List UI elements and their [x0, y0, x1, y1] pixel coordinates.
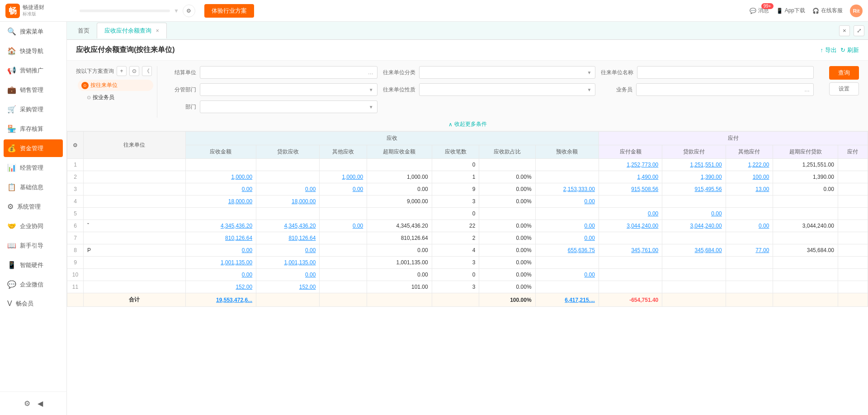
- marketing-icon: 📢: [7, 66, 16, 75]
- sidebar-item-enterprise[interactable]: 🤝 企业协同: [0, 216, 66, 236]
- sidebar-item-system[interactable]: ⚙ 系统管理: [0, 197, 66, 216]
- partner-name-input[interactable]: [637, 66, 814, 79]
- partner-nature-input[interactable]: ▼: [419, 83, 596, 96]
- sidebar-item-inventory[interactable]: 🏪 库存核算: [0, 119, 66, 138]
- finance-icon: 💰: [7, 144, 16, 153]
- scheme-by-staff[interactable]: ⊙ 按业务员: [78, 92, 153, 103]
- set-btn[interactable]: 设置: [829, 82, 859, 95]
- basic-icon: 📋: [7, 183, 16, 191]
- sidebar-item-search-menu[interactable]: 🔍 搜索菜单: [0, 22, 66, 41]
- table-settings-header[interactable]: ⚙: [67, 132, 84, 159]
- partner-category-input[interactable]: ▼: [419, 66, 596, 79]
- sidebar-item-purchase[interactable]: 🛒 采购管理: [0, 100, 66, 119]
- tab-close-window-btn[interactable]: ×: [839, 25, 850, 36]
- filter-wrapper: 按以下方案查询 + ⊙ 《 ⊙ 按往来单位: [67, 61, 868, 307]
- refresh-btn[interactable]: ↻ 刷新: [840, 46, 859, 54]
- header-right: 💬 消息 99+ 📱 App下载 🎧 在线客服 Rit: [750, 5, 863, 17]
- sidebar-item-basic[interactable]: 📋 基础信息: [0, 177, 66, 197]
- breadcrumb-arrow: ▼: [174, 8, 179, 14]
- sidebar-item-finance[interactable]: 💰 资金管理: [4, 139, 63, 157]
- edit-scheme-btn[interactable]: ⊙: [129, 66, 139, 76]
- col-ar-overdue: 超期应收金额: [367, 145, 432, 159]
- main-content: 首页 应收应付余额查询 × × ⤢ 应收应付余额查询(按往来单位) ↑ 导出: [67, 22, 868, 415]
- industry-solution-btn[interactable]: 体验行业方案: [204, 4, 254, 18]
- inventory-icon: 🏪: [7, 124, 16, 133]
- field-dept-manage: 分管部门 ▼: [165, 83, 377, 96]
- message-btn[interactable]: 💬 消息 99+: [750, 7, 769, 14]
- table-row: 101,252,773.001,251,551.001,222.001,251,…: [67, 159, 868, 171]
- col-ar-advance: 预收余额: [535, 145, 599, 159]
- collapse-icon: ∧: [448, 121, 453, 128]
- breadcrumb-area: ▼ ⚙ 体验行业方案: [72, 4, 750, 18]
- query-btn[interactable]: 查询: [829, 66, 859, 80]
- sidebar-item-member[interactable]: V 畅会员: [0, 294, 66, 313]
- app-download-btn[interactable]: 📱 App下载: [776, 7, 805, 14]
- filter-label: 按以下方案查询: [76, 67, 114, 75]
- sidebar-collapse-btn[interactable]: ◀: [38, 399, 43, 408]
- tab-home[interactable]: 首页: [71, 23, 97, 38]
- sidebar-item-guide[interactable]: 📖 新手引导: [0, 236, 66, 255]
- hardware-icon: 📱: [7, 261, 16, 269]
- service-icon: 🎧: [812, 8, 819, 14]
- search-icon: 🔍: [7, 27, 16, 36]
- table-row: 100.000.000.0000.00%0.00: [67, 269, 868, 281]
- col-ar-count: 应收笔数: [432, 145, 479, 159]
- tab-bar-right: × ⤢: [839, 25, 864, 36]
- add-scheme-btn[interactable]: +: [117, 66, 127, 76]
- logo-area: 畅 畅捷通财 标准版: [5, 4, 72, 18]
- logo-icon: 畅: [5, 4, 20, 18]
- operation-icon: 📊: [7, 163, 16, 172]
- scheme-by-partner[interactable]: ⊙ 按往来单位: [78, 80, 153, 91]
- export-icon: ↑: [821, 47, 824, 53]
- summary-ar-amount[interactable]: 19,553,472,6...: [185, 293, 256, 307]
- sidebar-item-hardware[interactable]: 📱 智能硬件: [0, 255, 66, 275]
- table-ap-group-header: 应付: [599, 132, 868, 145]
- user-menu-btn[interactable]: Rit: [850, 5, 863, 17]
- sidebar-item-operation[interactable]: 📊 经营管理: [0, 158, 66, 177]
- collapse-bar[interactable]: ∧ 收起更多条件: [76, 118, 859, 131]
- wechat-icon: 💬: [7, 280, 16, 289]
- settlement-unit-input[interactable]: …: [200, 66, 377, 79]
- page-header-btns: ↑ 导出 ↻ 刷新: [821, 46, 859, 54]
- salesman-input[interactable]: …: [636, 83, 814, 96]
- page-title: 应收应付余额查询(按往来单位): [76, 45, 175, 55]
- tab-close-btn[interactable]: ×: [156, 28, 159, 34]
- scheme-icon-partner: ⊙: [81, 82, 89, 89]
- collapse-scheme-btn[interactable]: 《: [142, 66, 152, 76]
- top-header: 畅 畅捷通财 标准版 ▼ ⚙ 体验行业方案 💬 消息 99+ 📱 App下载 🎧…: [0, 0, 868, 22]
- table-row: 91,001,135.001,001,135.001,001,135.0030.…: [67, 257, 868, 269]
- field-partner-nature: 往来单位性质 ▼: [383, 83, 596, 96]
- table-row: 6ˇ4,345,436.204,345,436.200.004,345,436.…: [67, 220, 868, 232]
- export-btn[interactable]: ↑ 导出: [821, 46, 837, 54]
- col-ar-ratio: 应收款占比: [479, 145, 535, 159]
- table-row: 30.000.000.000.0090.00%2,153,333.00915,5…: [67, 183, 868, 196]
- summary-ar-advance[interactable]: 6,417,215....: [535, 293, 599, 307]
- user-avatar: Rit: [850, 5, 863, 17]
- sidebar-bottom: ⚙ ◀: [0, 391, 66, 415]
- message-icon: 💬: [750, 8, 756, 14]
- sidebar-item-marketing[interactable]: 📢 营销推广: [0, 61, 66, 80]
- page-header: 应收应付余额查询(按往来单位) ↑ 导出 ↻ 刷新: [67, 40, 868, 61]
- sidebar-item-wechat[interactable]: 💬 企业微信: [0, 275, 66, 294]
- dept-manage-input[interactable]: ▼: [200, 83, 377, 96]
- col-ar-amount: 应收金额: [185, 145, 256, 159]
- breadcrumb-path: [80, 10, 170, 12]
- online-service-btn[interactable]: 🎧 在线客服: [812, 7, 843, 14]
- sidebar-settings-btn[interactable]: ⚙: [24, 399, 30, 408]
- sidebar-item-sales[interactable]: 💼 销售管理: [0, 80, 66, 100]
- tab-ar-ap-query[interactable]: 应收应付余额查询 ×: [97, 23, 167, 38]
- sidebar-item-quick-nav[interactable]: 🏠 快捷导航: [0, 41, 66, 61]
- dept-input[interactable]: ▼: [200, 100, 377, 113]
- tab-maximize-btn[interactable]: ⤢: [854, 25, 864, 36]
- table-row: 7810,126.64810,126.64810,126.6420.00%0.0…: [67, 232, 868, 244]
- member-icon: V: [7, 300, 12, 308]
- table-row: 11152.00152.00101.0030.00%: [67, 281, 868, 293]
- field-settlement-unit: 结算单位 …: [165, 66, 377, 79]
- message-badge: 99+: [761, 3, 774, 9]
- table-row: 418,000.0018,000.009,000.0030.00%0.00: [67, 196, 868, 208]
- summary-ar-ratio: 100.00%: [479, 293, 535, 307]
- sales-icon: 💼: [7, 86, 16, 94]
- page-area: 应收应付余额查询(按往来单位) ↑ 导出 ↻ 刷新: [67, 40, 868, 415]
- gear-settings-btn[interactable]: ⚙: [183, 5, 195, 17]
- table-row: 21,000.001,000.001,000.0010.00%1,490.001…: [67, 171, 868, 183]
